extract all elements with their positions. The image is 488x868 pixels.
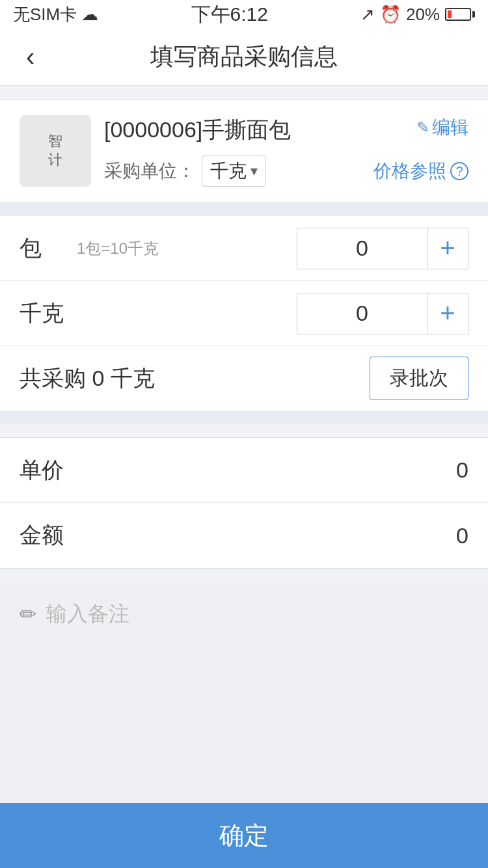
kilogram-input-group: + [297, 293, 468, 334]
input-section: 包 1包=10千克 + 千克 + 共采购 0 千克 录批次 [0, 216, 488, 411]
summary-row: 共采购 0 千克 录批次 [0, 346, 488, 411]
unit-price-row: 单价 0 [0, 438, 488, 503]
battery-icon [445, 8, 475, 21]
notes-section[interactable]: ✏ 输入备注 [0, 582, 488, 647]
product-name: [0000006]手撕面包 [104, 115, 291, 145]
confirm-button[interactable]: 确定 [0, 803, 488, 868]
kilogram-plus-button[interactable]: + [427, 293, 468, 334]
kilogram-row: 千克 + [0, 281, 488, 346]
edit-button[interactable]: ✎ 编辑 [416, 115, 468, 140]
product-info: [0000006]手撕面包 ✎ 编辑 采购单位： 千克 ▾ 价格参照 ? [104, 115, 468, 187]
product-thumbnail: 智 计 [20, 115, 91, 187]
price-ref-label: 价格参照 [373, 159, 446, 183]
no-sim-text: 无SIM卡 ☁ [13, 3, 98, 26]
product-unit-row: 采购单位： 千克 ▾ 价格参照 ? [104, 156, 468, 187]
edit-icon: ✎ [416, 118, 429, 137]
page-title: 填写商品采购信息 [150, 41, 338, 73]
amount-value: 0 [456, 523, 468, 549]
price-ref-button[interactable]: 价格参照 ? [373, 159, 468, 183]
status-right: ↗ ⏰ 20% [360, 5, 475, 25]
product-name-row: [0000006]手撕面包 ✎ 编辑 [104, 115, 468, 145]
unit-value: 千克 [210, 159, 247, 183]
product-card: 智 计 [0000006]手撕面包 ✎ 编辑 采购单位： 千克 ▾ 价格参照 ? [0, 99, 488, 203]
status-time: 下午6:12 [191, 1, 268, 28]
package-plus-button[interactable]: + [427, 228, 468, 269]
summary-text: 共采购 0 千克 [20, 364, 155, 394]
package-row: 包 1包=10千克 + [0, 216, 488, 281]
alarm-icon: ⏰ [380, 5, 401, 25]
section-divider-1 [0, 203, 488, 216]
amount-label: 金额 [20, 521, 64, 550]
package-input-group: + [297, 228, 468, 269]
amount-row: 金额 0 [0, 503, 488, 568]
edit-label: 编辑 [432, 115, 468, 140]
info-icon: ? [450, 162, 468, 180]
unit-price-label: 单价 [20, 455, 64, 485]
unit-label: 采购单位： [104, 159, 195, 183]
product-logo: 智 计 [48, 132, 62, 169]
unit-price-value: 0 [456, 457, 468, 483]
chevron-down-icon: ▾ [251, 163, 258, 180]
kilogram-label: 千克 [20, 299, 72, 329]
package-label: 包 [20, 234, 72, 264]
location-icon: ↗ [360, 5, 375, 25]
status-bar: 无SIM卡 ☁ 下午6:12 ↗ ⏰ 20% [0, 0, 488, 29]
notes-placeholder: 输入备注 [46, 600, 129, 629]
back-button[interactable]: ‹ [20, 36, 41, 78]
package-sublabel: 1包=10千克 [77, 238, 159, 259]
battery-percent: 20% [406, 5, 440, 25]
package-input[interactable] [297, 228, 427, 269]
price-section: 单价 0 金额 0 [0, 437, 488, 569]
section-divider-2 [0, 411, 488, 424]
record-batch-button[interactable]: 录批次 [370, 357, 468, 400]
unit-select[interactable]: 千克 ▾ [202, 156, 266, 187]
pencil-icon: ✏ [20, 602, 37, 627]
status-left: 无SIM卡 ☁ [13, 3, 98, 26]
kilogram-input[interactable] [297, 293, 427, 334]
nav-bar: ‹ 填写商品采购信息 [0, 29, 488, 86]
